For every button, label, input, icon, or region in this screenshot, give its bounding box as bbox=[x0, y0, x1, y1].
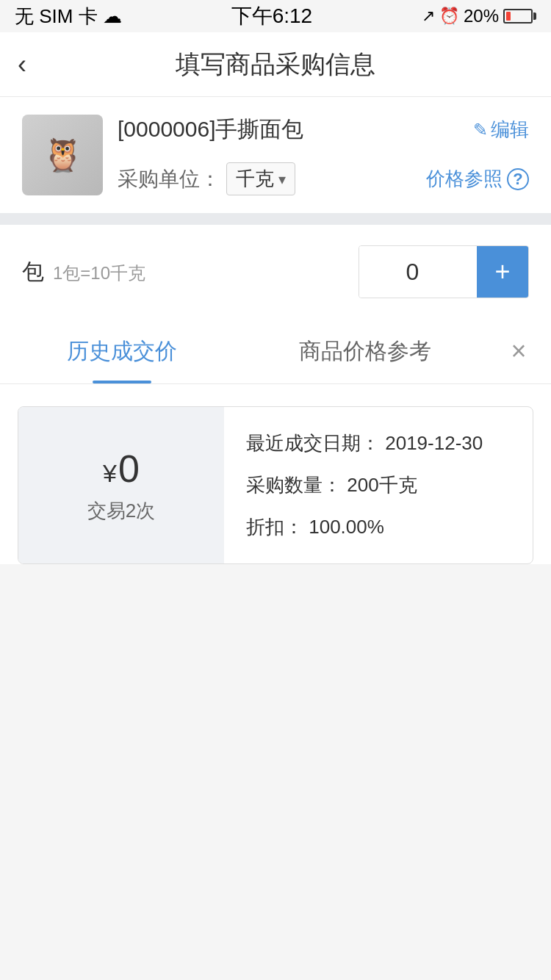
back-button[interactable]: ‹ bbox=[18, 49, 26, 80]
unit-select[interactable]: 千克 ▾ bbox=[226, 162, 295, 195]
quantity-row: 包 1包=10千克 + bbox=[0, 225, 551, 319]
price-currency-symbol: ¥ bbox=[103, 459, 117, 488]
recent-date-label: 最近成交日期： bbox=[246, 432, 380, 454]
tabs-header: 历史成交价 商品价格参考 × bbox=[0, 319, 551, 384]
unit-value: 千克 bbox=[236, 166, 274, 192]
purchase-quantity-row: 采购数量： 200千克 bbox=[246, 471, 511, 500]
quantity-unit: 包 bbox=[22, 257, 44, 287]
status-left: 无 SIM 卡 ☁ bbox=[15, 4, 122, 29]
product-image: 🦉 bbox=[22, 115, 103, 195]
quantity-input[interactable] bbox=[359, 246, 477, 298]
help-icon: ? bbox=[507, 168, 529, 190]
purchase-quantity-label: 采购数量： bbox=[246, 474, 342, 496]
discount-value: 100.00% bbox=[309, 516, 384, 538]
product-info: [0000006]手撕面包 ✎ 编辑 采购单位： 千克 ▾ 价格参照 ? bbox=[118, 115, 529, 195]
history-price-left: ¥ 0 交易2次 bbox=[18, 407, 224, 563]
edit-button[interactable]: ✎ 编辑 bbox=[473, 117, 529, 143]
unit-label: 采购单位： bbox=[118, 165, 220, 193]
tab-product-price-ref[interactable]: 商品价格参考 bbox=[243, 319, 486, 383]
nav-bar: ‹ 填写商品采购信息 bbox=[0, 32, 551, 97]
recent-date-value: 2019-12-30 bbox=[385, 432, 483, 454]
tabs-close-button[interactable]: × bbox=[486, 319, 551, 383]
edit-icon: ✎ bbox=[473, 120, 488, 140]
chevron-down-icon: ▾ bbox=[278, 170, 286, 188]
location-icon: ↗ bbox=[422, 7, 435, 26]
history-price-display: ¥ 0 bbox=[103, 447, 140, 491]
price-reference-button[interactable]: 价格参照 ? bbox=[426, 166, 529, 192]
battery-icon bbox=[503, 9, 536, 24]
quantity-conversion: 1包=10千克 bbox=[53, 262, 145, 285]
page-title: 填写商品采购信息 bbox=[176, 48, 375, 82]
status-time: 下午6:12 bbox=[231, 2, 313, 30]
product-card: 🦉 [0000006]手撕面包 ✎ 编辑 采购单位： 千克 ▾ bbox=[0, 97, 551, 213]
quantity-plus-button[interactable]: + bbox=[477, 246, 528, 298]
discount-label: 折扣： bbox=[246, 516, 303, 538]
tabs-section: 历史成交价 商品价格参考 × ¥ 0 交易2次 最近成交日期： 2019-12-… bbox=[0, 319, 551, 564]
product-name: [0000006]手撕面包 bbox=[118, 115, 303, 145]
alarm-icon: ⏰ bbox=[439, 7, 459, 26]
product-thumbnail-icon: 🦉 bbox=[43, 139, 83, 171]
history-trades-count: 交易2次 bbox=[87, 498, 155, 524]
history-price-right: 最近成交日期： 2019-12-30 采购数量： 200千克 折扣： 100.0… bbox=[224, 407, 533, 563]
battery-percent: 20% bbox=[464, 6, 499, 26]
main-content-area bbox=[0, 586, 551, 980]
recent-date-row: 最近成交日期： 2019-12-30 bbox=[246, 429, 511, 458]
history-price-card: ¥ 0 交易2次 最近成交日期： 2019-12-30 采购数量： 200千克 … bbox=[18, 406, 533, 564]
status-right: ↗ ⏰ 20% bbox=[422, 6, 536, 26]
purchase-quantity-value: 200千克 bbox=[347, 474, 417, 496]
price-value: 0 bbox=[118, 447, 140, 491]
section-divider bbox=[0, 213, 551, 225]
quantity-input-group: + bbox=[359, 245, 529, 298]
discount-row: 折扣： 100.00% bbox=[246, 513, 511, 541]
status-bar: 无 SIM 卡 ☁ 下午6:12 ↗ ⏰ 20% bbox=[0, 0, 551, 32]
sim-status: 无 SIM 卡 ☁ bbox=[15, 4, 122, 29]
tab-history-price[interactable]: 历史成交价 bbox=[0, 319, 243, 383]
